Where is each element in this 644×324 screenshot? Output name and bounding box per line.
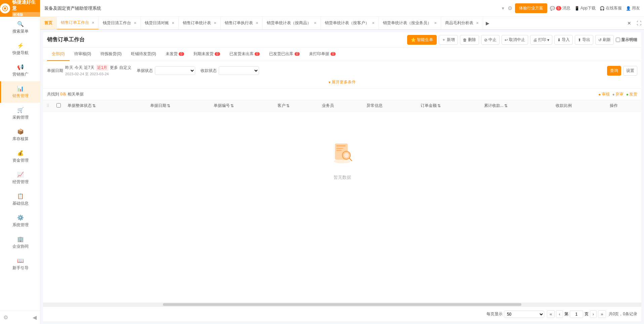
export-button[interactable]: ⬆ 导出 (575, 35, 593, 45)
th-date[interactable]: 单据日期 ⇅ (147, 100, 210, 112)
tab-sales-exec[interactable]: 销售订单执行表 ✕ (221, 17, 263, 30)
sidebar-item-system[interactable]: ⚙️ 系统管理 (0, 210, 40, 232)
tab-sales-order[interactable]: 销售订单工作台 ✕ (57, 17, 99, 30)
per-page-select[interactable]: 10 20 50 100 (504, 311, 544, 318)
import-button[interactable]: ⬇ 导入 (554, 35, 573, 45)
sort-collected[interactable]: 累计收款... ⇅ (484, 103, 549, 109)
tab-sales-by-customer[interactable]: 销货单统计表（按客户） ✕ (321, 17, 379, 30)
shortcut-7days[interactable]: 近7天 (84, 65, 94, 71)
tab-close-cash-daily[interactable]: ✕ (134, 21, 136, 25)
tab-close-by-customer[interactable]: ✕ (372, 21, 375, 25)
filter-tab-shipped-not-out[interactable]: 已发货未出库 0 (225, 48, 265, 61)
tab-close-by-product[interactable]: ✕ (314, 21, 316, 25)
cancel-stop-button[interactable]: ↩ 取消中止 (502, 35, 528, 45)
page-last-btn[interactable]: » (598, 310, 606, 318)
collapse-icon[interactable]: ◀ (33, 314, 37, 321)
tab-close-all-btn[interactable]: ✕ (625, 21, 634, 26)
sidebar-item-quicknav[interactable]: ⚡ 快捷导航 (0, 38, 40, 60)
print-button[interactable]: 🖨 打印 ▾ (530, 35, 552, 45)
ship-action[interactable]: ● 发货 (626, 91, 637, 97)
tab-close-cash-reconcile[interactable]: ✕ (172, 21, 174, 25)
tab-close-sales-order[interactable]: ✕ (92, 21, 94, 25)
show-detail-checkbox[interactable]: 显示明细 (616, 37, 637, 43)
filter-tab-not-shipped[interactable]: 未发货 0 (161, 48, 189, 61)
settings-icon[interactable]: ⚙ (3, 314, 8, 321)
review-action[interactable]: ● 审核 (598, 91, 609, 97)
horizontal-scrollbar[interactable] (43, 302, 641, 307)
tab-close-sales-exec[interactable]: ✕ (256, 21, 258, 25)
stop-button[interactable]: ⊘ 中止 (481, 35, 500, 45)
sidebar-item-sales[interactable]: 📊 销售管理 (0, 81, 40, 103)
filter-tab-shipped-out[interactable]: 已发货已出库 0 (264, 48, 304, 61)
tab-cash-daily[interactable]: 钱货日清工作台 ✕ (99, 17, 141, 30)
filter-tab-all[interactable]: 全部(0) (47, 48, 70, 61)
query-button[interactable]: 查询 (607, 66, 621, 76)
message-btn[interactable]: 💬 6 消息 (550, 5, 570, 11)
set-button[interactable]: 设置 (623, 66, 637, 76)
th-checkbox[interactable] (53, 100, 64, 112)
th-amount[interactable]: 订单金额 ⇅ (417, 100, 481, 112)
show-detail-input[interactable] (616, 38, 620, 42)
refresh-button[interactable]: ↺ 刷新 (595, 35, 614, 45)
shortcut-yesterday[interactable]: 昨天 (65, 65, 73, 71)
page-first-btn[interactable]: « (547, 310, 555, 318)
page-input[interactable] (570, 311, 583, 318)
shortcut-1month[interactable]: 近1月 (96, 65, 109, 71)
tab-sales-stats[interactable]: 销售订单统计表 ✕ (179, 17, 221, 30)
tab-cash-reconcile[interactable]: 钱货日清对账 ✕ (141, 17, 179, 30)
delete-button[interactable]: 🗑 删除 (460, 35, 479, 45)
sidebar-item-inventory[interactable]: 📦 库存核算 (0, 124, 40, 146)
sidebar-item-guide[interactable]: 📖 新手引导 (0, 253, 40, 275)
tab-close-sales-stats[interactable]: ✕ (214, 21, 216, 25)
sort-number[interactable]: 单据编号 ⇅ (214, 103, 270, 109)
data-table: ⠿ 单据整体状态 ⇅ (43, 100, 641, 112)
th-number[interactable]: 单据编号 ⇅ (210, 100, 274, 112)
online-service-btn[interactable]: 🎧 在线客服 (600, 5, 622, 11)
payment-select[interactable] (219, 66, 259, 75)
page-next-btn[interactable]: › (590, 310, 597, 318)
sidebar-item-marketing[interactable]: 📢 营销推广 (0, 60, 40, 81)
smart-button[interactable]: ⭐ 智能生单 (407, 35, 437, 45)
experience-button[interactable]: 体验行业方案 (515, 3, 547, 13)
tab-home[interactable]: 首页 (40, 17, 57, 30)
tab-close-margin[interactable]: ✕ (476, 21, 479, 25)
sort-customer[interactable]: 客户 ⇅ (277, 103, 315, 109)
sidebar-item-finance[interactable]: 💰 资金管理 (0, 146, 40, 167)
filter-tab-not-printed[interactable]: 未打印单据 0 (304, 48, 340, 61)
sort-date[interactable]: 单据日期 ⇅ (150, 103, 207, 109)
tab-fullscreen-btn[interactable]: ⛶ (634, 21, 644, 26)
sidebar-item-enterprise[interactable]: 🏢 企业协同 (0, 232, 40, 253)
tab-close-by-staff[interactable]: ✕ (434, 21, 437, 25)
sort-amount[interactable]: 订单金额 ⇅ (421, 103, 477, 109)
expand-icon[interactable]: ▼ (501, 6, 505, 11)
unreviewed-action[interactable]: ● 弃审 (612, 91, 624, 97)
shortcut-today[interactable]: 今天 (75, 65, 83, 71)
page-prev-btn[interactable]: ‹ (556, 310, 563, 318)
th-collected[interactable]: 累计收款... ⇅ (481, 100, 552, 112)
sidebar-item-basic[interactable]: 📋 基础信息 (0, 189, 40, 210)
th-status[interactable]: 单据整体状态 ⇅ (64, 100, 147, 112)
filter-tab-pending-review[interactable]: 待审核(0) (70, 48, 96, 61)
expand-conditions-button[interactable]: ▾ 展开更多条件 (329, 79, 356, 85)
user-btn[interactable]: 👤 用友 (626, 5, 640, 11)
filter-tab-expired[interactable]: 到期未发货 0 (189, 48, 225, 61)
th-customer[interactable]: 客户 ⇅ (274, 100, 319, 112)
select-all-checkbox[interactable] (56, 103, 61, 108)
sidebar-item-search[interactable]: 🔍 搜索菜单 (0, 17, 40, 38)
status-select[interactable] (155, 66, 195, 75)
tab-sales-by-product[interactable]: 销货单统计表（按商品） ✕ (263, 17, 321, 30)
scrollbar-thumb[interactable] (163, 303, 521, 306)
tab-margin-analysis[interactable]: 商品毛利分析表 ✕ (441, 17, 483, 30)
sidebar-item-operations[interactable]: 📈 经营管理 (0, 167, 40, 189)
shortcut-custom[interactable]: 自定义 (119, 65, 131, 71)
filter-tab-pending-inspect[interactable]: 待拣验货(0) (96, 48, 126, 61)
tab-sales-by-staff[interactable]: 销货单统计表（按业务员） ✕ (379, 17, 441, 30)
settings-icon[interactable]: ⚙ (508, 5, 512, 11)
filter-tab-wangpu[interactable]: 旺铺待发货(0) (126, 48, 161, 61)
add-button[interactable]: ＋ 新增 (439, 35, 458, 45)
sort-status[interactable]: 单据整体状态 ⇅ (68, 103, 143, 109)
tab-next-btn[interactable]: ▶ (483, 21, 492, 26)
sidebar-item-purchase[interactable]: 🛒 采购管理 (0, 103, 40, 124)
app-download-btn[interactable]: 📱 App下载 (574, 5, 596, 11)
shortcut-more[interactable]: 更多 (110, 65, 118, 71)
